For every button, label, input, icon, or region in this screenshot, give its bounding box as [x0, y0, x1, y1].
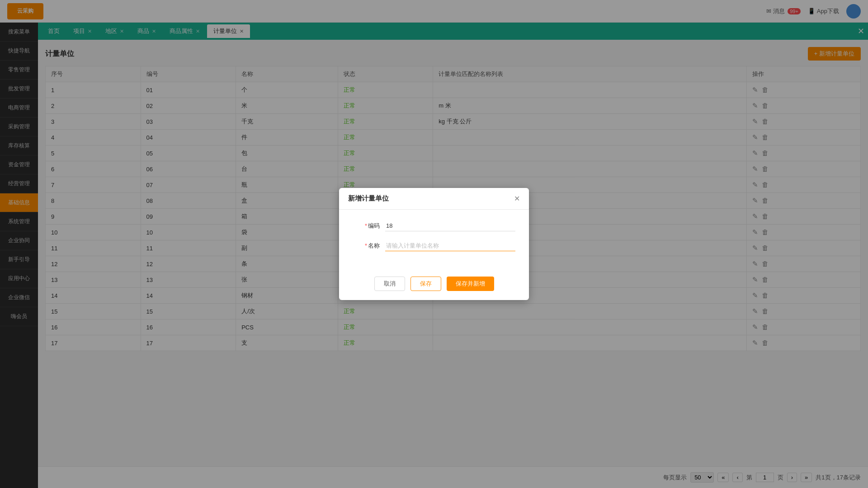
modal-footer: 取消 保存 保存并新增 — [339, 271, 529, 300]
code-field-row: *编码 — [353, 221, 515, 231]
save-and-new-button[interactable]: 保存并新增 — [447, 277, 494, 291]
cancel-button[interactable]: 取消 — [374, 277, 405, 291]
modal-title: 新增计量单位 — [348, 194, 389, 203]
modal-header: 新增计量单位 ✕ — [339, 188, 529, 210]
name-input[interactable] — [385, 240, 515, 251]
code-input[interactable] — [385, 221, 515, 231]
modal-close-button[interactable]: ✕ — [514, 194, 520, 203]
modal-overlay: 新增计量单位 ✕ *编码 *名称 取消 保存 保存并新增 — [0, 0, 868, 488]
code-label: *编码 — [353, 222, 380, 230]
name-label: *名称 — [353, 242, 380, 250]
save-button[interactable]: 保存 — [410, 277, 441, 291]
name-field-row: *名称 — [353, 240, 515, 251]
add-measure-unit-modal: 新增计量单位 ✕ *编码 *名称 取消 保存 保存并新增 — [339, 188, 529, 300]
modal-body: *编码 *名称 — [339, 210, 529, 271]
